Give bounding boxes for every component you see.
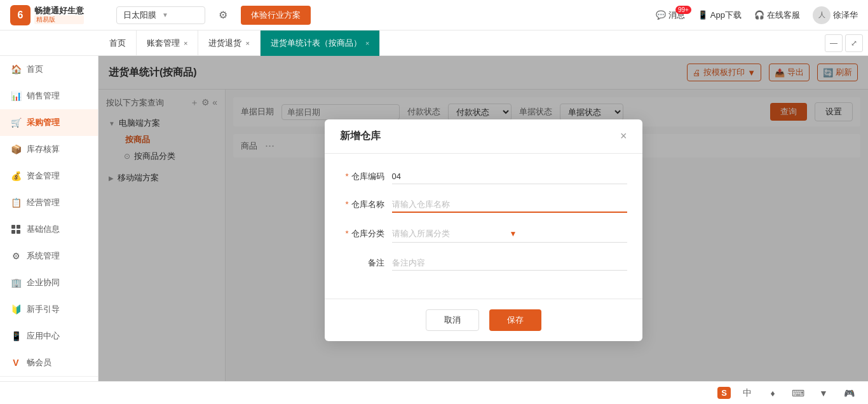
status-keyboard-icon[interactable]: ⌨ xyxy=(789,384,807,402)
trial-button[interactable]: 体验行业方案 xyxy=(241,6,311,25)
sidebar-finance-label: 资金管理 xyxy=(27,170,60,182)
enterprise-icon: 🏢 xyxy=(10,277,22,288)
sidebar-item-purchase[interactable]: 🛒 采购管理 xyxy=(0,109,98,136)
modal-overlay[interactable]: 新增仓库 × *仓库编码 *仓库名称 xyxy=(98,56,868,404)
dialog-footer: 取消 保存 xyxy=(325,299,642,341)
tab-minimize-btn[interactable]: — xyxy=(825,34,843,52)
user-nav-item[interactable]: 人 徐泽华 xyxy=(813,6,858,24)
field-input-name[interactable] xyxy=(392,197,627,213)
sidebar-sales-label: 销售管理 xyxy=(27,90,60,102)
field-select-category[interactable]: 请输入所属分类 ▼ xyxy=(392,226,627,243)
field-input-remark[interactable] xyxy=(392,255,627,271)
app-download-nav-item[interactable]: 📱 App下载 xyxy=(698,10,742,21)
svg-rect-1 xyxy=(17,225,20,229)
messages-badge: 99+ xyxy=(675,6,691,14)
sidebar-item-sales[interactable]: 📊 销售管理 xyxy=(0,83,98,109)
sidebar-home-label: 首页 xyxy=(27,64,43,75)
headset-icon: 🎧 xyxy=(754,10,764,20)
system-icon: ⚙ xyxy=(10,250,22,262)
sidebar-item-home[interactable]: 🏠 首页 xyxy=(0,56,98,83)
messages-nav-item[interactable]: 💬 消息 99+ xyxy=(656,10,685,21)
sidebar-purchase-label: 采购管理 xyxy=(27,117,60,128)
sidebar-item-vip[interactable]: V 畅会员 xyxy=(0,349,98,376)
field-label-remark: 备注 xyxy=(340,257,384,269)
field-label-name: *仓库名称 xyxy=(340,199,384,210)
tab-purchase-stats-close[interactable]: × xyxy=(365,39,369,47)
store-selector[interactable]: 日太阳膜 ▼ xyxy=(116,6,205,24)
new-warehouse-dialog: 新增仓库 × *仓库编码 *仓库名称 xyxy=(325,119,642,341)
content-area: 进货单统计(按商品) 🖨 按模板打印 ▼ 📤 导出 🔄 刷新 xyxy=(98,56,868,404)
cancel-button[interactable]: 取消 xyxy=(426,309,479,331)
sidebar-operation-label: 经营管理 xyxy=(27,197,60,208)
settings-icon[interactable]: ⚙ xyxy=(213,5,233,25)
form-row-category: *仓库分类 请输入所属分类 ▼ xyxy=(340,226,627,243)
sidebar-item-newbie[interactable]: 🔰 新手引导 xyxy=(0,296,98,323)
dialog-body: *仓库编码 *仓库名称 *仓库分类 xyxy=(325,154,642,299)
form-row-remark: 备注 xyxy=(340,255,627,271)
sidebar-item-operation[interactable]: 📋 经营管理 xyxy=(0,189,98,216)
tab-home[interactable]: 首页 xyxy=(99,30,137,56)
save-button[interactable]: 保存 xyxy=(489,309,541,331)
basic-info-icon xyxy=(10,224,22,235)
status-lang-icon[interactable]: 中 xyxy=(738,384,756,402)
tab-purchase-return-close[interactable]: × xyxy=(245,39,249,47)
status-dot-icon[interactable]: ♦ xyxy=(764,384,782,402)
dialog-close-btn[interactable]: × xyxy=(620,130,627,143)
dialog-title: 新增仓库 xyxy=(340,130,381,143)
status-bar: S 中 ♦ ⌨ ▼ 🎮 xyxy=(0,381,868,404)
logo-area: 6 畅捷通好生意 精易版 xyxy=(10,5,109,25)
sidebar-inventory-label: 库存核算 xyxy=(27,144,60,155)
logo-main-text: 畅捷通好生意 xyxy=(34,6,84,16)
home-icon: 🏠 xyxy=(10,64,22,75)
vip-icon: V xyxy=(10,357,22,368)
dialog-header: 新增仓库 × xyxy=(325,119,642,154)
tab-accounts[interactable]: 账套管理 × xyxy=(137,30,198,56)
tab-purchase-stats[interactable]: 进货单统计表（按商品） × xyxy=(261,30,380,56)
tab-accounts-label: 账套管理 xyxy=(147,37,180,49)
online-service-label: 在线客服 xyxy=(767,10,800,21)
finance-icon: 💰 xyxy=(10,170,22,182)
purchase-icon: 🛒 xyxy=(10,117,22,128)
svg-rect-2 xyxy=(11,230,15,234)
status-down-icon[interactable]: ▼ xyxy=(815,384,832,402)
store-name: 日太阳膜 xyxy=(123,10,159,21)
store-selector-arrow: ▼ xyxy=(162,11,198,18)
svg-rect-0 xyxy=(11,225,15,229)
sidebar-item-system[interactable]: ⚙ 系统管理 xyxy=(0,243,98,269)
s-logo: S xyxy=(717,387,731,399)
field-select-category-placeholder: 请输入所属分类 xyxy=(392,228,510,239)
operation-icon: 📋 xyxy=(10,197,22,208)
svg-rect-3 xyxy=(17,230,20,234)
tab-home-label: 首页 xyxy=(109,37,126,49)
avatar: 人 xyxy=(813,6,831,24)
sidebar-item-enterprise[interactable]: 🏢 企业协同 xyxy=(0,269,98,296)
form-row-code: *仓库编码 xyxy=(340,169,627,184)
required-star-code: * xyxy=(345,172,348,181)
sidebar-app-center-label: 应用中心 xyxy=(27,330,60,342)
sales-icon: 📊 xyxy=(10,90,22,102)
form-row-name: *仓库名称 xyxy=(340,197,627,213)
tab-accounts-close[interactable]: × xyxy=(184,39,187,47)
sidebar-enterprise-label: 企业协同 xyxy=(27,277,60,288)
main-layout: 🏠 首页 📊 销售管理 🛒 采购管理 📦 库存核算 💰 资金管理 📋 经营管理 xyxy=(0,56,868,404)
field-input-code[interactable] xyxy=(392,169,627,184)
tab-maximize-btn[interactable]: ⤢ xyxy=(845,34,863,52)
sidebar-item-app-center[interactable]: 📱 应用中心 xyxy=(0,323,98,349)
top-bar: 6 畅捷通好生意 精易版 日太阳膜 ▼ ⚙ 体验行业方案 💬 消息 99+ 📱 … xyxy=(0,0,868,30)
app-center-icon: 📱 xyxy=(10,330,22,342)
select-category-arrow: ▼ xyxy=(510,229,627,238)
logo-text: 畅捷通好生意 精易版 xyxy=(34,6,84,25)
logo-icon: 6 xyxy=(10,5,31,25)
tab-purchase-return[interactable]: 进货退货 × xyxy=(198,30,260,56)
sidebar-item-basic-info[interactable]: 基础信息 xyxy=(0,216,98,243)
tab-purchase-return-label: 进货退货 xyxy=(208,37,241,49)
required-star-name: * xyxy=(345,199,348,209)
sidebar-basic-info-label: 基础信息 xyxy=(27,224,60,235)
online-service-nav-item[interactable]: 🎧 在线客服 xyxy=(754,10,800,21)
top-right-nav: 💬 消息 99+ 📱 App下载 🎧 在线客服 人 徐泽华 xyxy=(656,6,858,24)
sidebar-item-finance[interactable]: 💰 资金管理 xyxy=(0,163,98,189)
sidebar-item-inventory[interactable]: 📦 库存核算 xyxy=(0,136,98,163)
logo-sub-text: 精易版 xyxy=(34,15,84,24)
field-label-category: *仓库分类 xyxy=(340,228,384,239)
status-game-icon[interactable]: 🎮 xyxy=(840,384,858,402)
